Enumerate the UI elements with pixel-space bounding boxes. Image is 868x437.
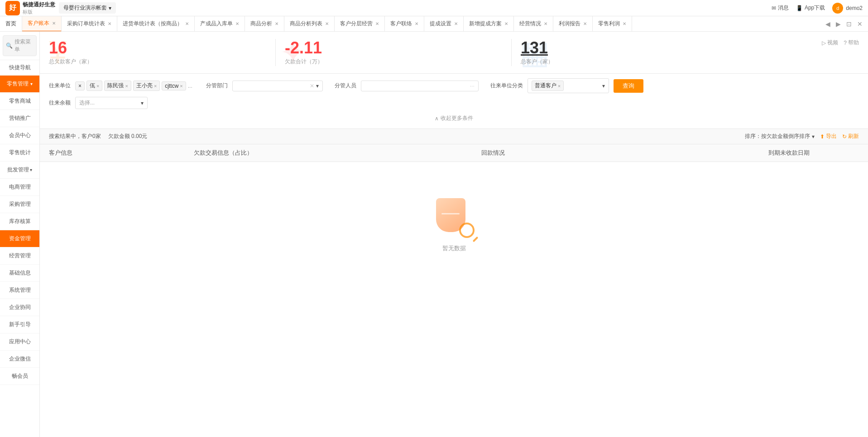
- tab-customer-capital[interactable]: 客户账本 ✕: [22, 16, 62, 32]
- collapse-icon: ∧: [435, 115, 439, 122]
- search-icon: 🔍: [6, 43, 13, 49]
- tab-new-increase[interactable]: 新增提成方案 ✕: [464, 16, 514, 32]
- debt-amount-text: 欠款金额 0.00元: [108, 133, 148, 140]
- tag-close-icon[interactable]: ×: [96, 83, 99, 89]
- empty-text: 暂无数据: [442, 244, 466, 252]
- account-selector[interactable]: 母婴行业演示帐套 ▾: [59, 2, 116, 14]
- tag-close-icon[interactable]: ×: [154, 83, 157, 89]
- more-icon[interactable]: ···: [470, 83, 475, 89]
- tab-goods-analysis-list[interactable]: 商品分析列表 ✕: [284, 16, 335, 32]
- export-button[interactable]: ⬆ 导出: [820, 133, 837, 140]
- person-input[interactable]: ···: [361, 81, 479, 91]
- avatar: d: [832, 3, 843, 14]
- sidebar-item-capital[interactable]: 资金管理: [0, 230, 39, 247]
- user-area[interactable]: d demo2: [832, 3, 863, 14]
- debt-amount-number: -2.11: [285, 40, 502, 56]
- nav-prev-arrow[interactable]: ◀: [824, 19, 832, 28]
- sort-label: 排序：按欠款金额倒序排序: [745, 133, 810, 140]
- tab-business-status[interactable]: 经营情况 ✕: [514, 16, 553, 32]
- close-tab-icon[interactable]: ✕: [325, 21, 329, 26]
- close-tab-icon[interactable]: ✕: [415, 21, 418, 26]
- nav-close-all-icon[interactable]: ✕: [855, 19, 864, 28]
- sidebar-item-enterprise-wechat[interactable]: 企业微信: [0, 351, 39, 368]
- tab-customer-contact[interactable]: 客户联络 ✕: [385, 16, 424, 32]
- sidebar-item-member-vip[interactable]: 畅会员: [0, 368, 39, 385]
- clear-icon[interactable]: ✕: [310, 83, 314, 89]
- help-icon: ?: [844, 40, 847, 46]
- unit-class-label: 往来单位分类: [490, 82, 523, 90]
- sidebar-item-enterprise-coop[interactable]: 企业协同: [0, 299, 39, 316]
- close-tab-icon[interactable]: ✕: [185, 21, 189, 26]
- logo-area: 好 畅捷通好生意 标版: [5, 1, 55, 15]
- sidebar-item-purchase[interactable]: 采购管理: [0, 196, 39, 213]
- chevron-down-icon: ▾: [141, 100, 144, 106]
- tab-home[interactable]: 首页: [0, 16, 22, 32]
- sidebar-item-retail-stats[interactable]: 零售统计: [0, 144, 39, 162]
- dept-select[interactable]: ✕ ▾: [232, 81, 323, 91]
- sidebar-item-ecommerce[interactable]: 电商管理: [0, 179, 39, 196]
- filter-tag-x: ×: [75, 81, 85, 90]
- filter-tag-chen: 陈民强 ×: [104, 81, 131, 91]
- filter-tag-wa: 佤 ×: [86, 81, 102, 91]
- tab-purchase-order[interactable]: 采购订单统计表 ✕: [62, 16, 117, 32]
- sidebar-search-btn[interactable]: 🔍 搜索菜单: [3, 35, 37, 56]
- person-label: 分管人员: [335, 82, 356, 90]
- nav-expand-icon[interactable]: ⊡: [844, 19, 854, 28]
- sort-selector[interactable]: 排序：按欠款金额倒序排序 ▾: [745, 133, 815, 140]
- app-download-btn[interactable]: 📱 App下载: [796, 4, 825, 12]
- sidebar-item-retail-shop[interactable]: 零售商城: [0, 93, 39, 110]
- filter-tags: × 佤 × 陈民强 × 王小亮 × cjttcw: [75, 81, 192, 91]
- stat-block-1: 16 总欠款客户（家）: [49, 40, 266, 66]
- help-btn[interactable]: ? 帮助: [844, 39, 859, 47]
- tab-product-inbound[interactable]: 产成品入库单 ✕: [195, 16, 245, 32]
- close-tab-icon[interactable]: ✕: [583, 21, 587, 26]
- close-tab-icon[interactable]: ✕: [275, 21, 278, 26]
- tab-customer-segment[interactable]: 客户分层经营 ✕: [335, 16, 385, 32]
- chevron-down-icon: ▾: [316, 83, 319, 89]
- tag-close-icon[interactable]: ×: [558, 83, 561, 89]
- close-tab-icon[interactable]: ✕: [108, 21, 111, 26]
- filter-more-btn[interactable]: ...: [188, 83, 192, 89]
- close-tab-icon[interactable]: ✕: [544, 21, 547, 26]
- sidebar-item-operation[interactable]: 经营管理: [0, 247, 39, 265]
- topbar-left: 好 畅捷通好生意 标版 母婴行业演示帐套 ▾: [5, 1, 116, 15]
- close-tab-icon[interactable]: ✕: [235, 21, 239, 26]
- sidebar-item-retail-mgmt[interactable]: 零售管理 ▾: [0, 76, 39, 93]
- sidebar-item-wholesale-mgmt[interactable]: 批发管理 ▾: [0, 162, 39, 179]
- dept-label: 分管部门: [206, 82, 228, 90]
- tab-inbound-stats[interactable]: 进货单统计表（按商品） ✕: [117, 16, 195, 32]
- balance-select[interactable]: 选择... ▾: [75, 97, 148, 109]
- refresh-icon: ↻: [842, 133, 847, 140]
- refresh-button[interactable]: ↻ 刷新: [842, 133, 859, 140]
- filter-area: 往来单位 × 佤 × 陈民强 × 王小亮 ×: [40, 74, 868, 129]
- col-customer-info: 客户信息: [49, 149, 194, 157]
- sidebar-item-system[interactable]: 系统管理: [0, 282, 39, 299]
- close-tab-icon[interactable]: ✕: [454, 21, 458, 26]
- close-tab-icon[interactable]: ✕: [52, 21, 56, 26]
- nav-next-arrow[interactable]: ▶: [834, 19, 843, 28]
- filter-row-2: 往来余额 选择... ▾: [49, 97, 859, 109]
- sidebar-item-marketing[interactable]: 营销推广: [0, 110, 39, 127]
- tab-goods-analysis[interactable]: 商品分析 ✕: [245, 16, 284, 32]
- sidebar-quick-nav[interactable]: 快捷导航: [0, 60, 39, 76]
- sidebar-item-member-center[interactable]: 会员中心: [0, 127, 39, 144]
- tag-close-icon[interactable]: ×: [180, 83, 182, 89]
- collapse-btn[interactable]: ∧ 收起更多条件: [49, 113, 859, 124]
- sidebar-item-new-guide[interactable]: 新手引导: [0, 316, 39, 333]
- close-tab-icon[interactable]: ✕: [623, 21, 626, 26]
- tab-retail-profit[interactable]: 零售利润 ✕: [593, 16, 632, 32]
- unit-label: 往来单位: [49, 82, 71, 90]
- tag-close-icon[interactable]: ×: [125, 83, 128, 89]
- tab-tip-settings[interactable]: 提成设置 ✕: [424, 16, 464, 32]
- query-button[interactable]: 查询: [614, 79, 643, 93]
- video-help-btn[interactable]: ▷ 视频: [822, 39, 838, 47]
- close-tab-icon[interactable]: ✕: [504, 21, 508, 26]
- message-btn[interactable]: ✉ 消息: [772, 4, 789, 12]
- tab-profit-report[interactable]: 利润报告 ✕: [553, 16, 593, 32]
- unit-class-select[interactable]: 普通客户 × ▾: [528, 78, 609, 93]
- sidebar-item-app-center[interactable]: 应用中心: [0, 333, 39, 351]
- close-tab-icon[interactable]: ✕: [375, 21, 379, 26]
- sidebar-item-inventory[interactable]: 库存核算: [0, 213, 39, 230]
- col-payment-status: 回款情况: [481, 149, 769, 157]
- sidebar-item-basic-info[interactable]: 基础信息: [0, 265, 39, 282]
